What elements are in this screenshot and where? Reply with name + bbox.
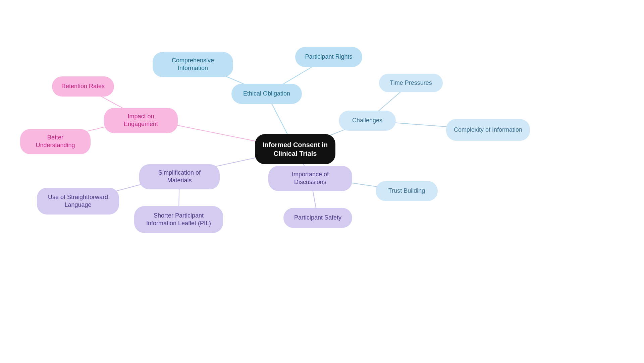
node-center: Informed Consent in Clinical Trials (255, 134, 335, 164)
node-importance-of-discussions: Importance of Discussions (268, 166, 352, 191)
node-time-pressures: Time Pressures (379, 74, 443, 92)
node-use-of-straightforward-language: Use of Straightforward Language (37, 188, 119, 215)
node-better-understanding: Better Understanding (20, 129, 91, 154)
node-participant-rights: Participant Rights (295, 47, 362, 67)
node-comprehensive-information: Comprehensive Information (153, 52, 233, 77)
node-trust-building: Trust Building (376, 181, 438, 201)
node-challenges: Challenges (339, 111, 396, 131)
node-impact-on-engagement: Impact on Engagement (104, 108, 178, 133)
mindmap-container: Informed Consent in Clinical TrialsEthic… (0, 0, 644, 363)
node-participant-safety: Participant Safety (283, 208, 352, 228)
node-shorter-pil: Shorter Participant Information Leaflet … (134, 206, 223, 233)
node-complexity-of-information: Complexity of Information (446, 119, 530, 141)
node-simplification-of-materials: Simplification of Materials (139, 164, 220, 189)
node-ethical-obligation: Ethical Obligation (231, 84, 302, 104)
node-retention-rates: Retention Rates (52, 76, 114, 97)
